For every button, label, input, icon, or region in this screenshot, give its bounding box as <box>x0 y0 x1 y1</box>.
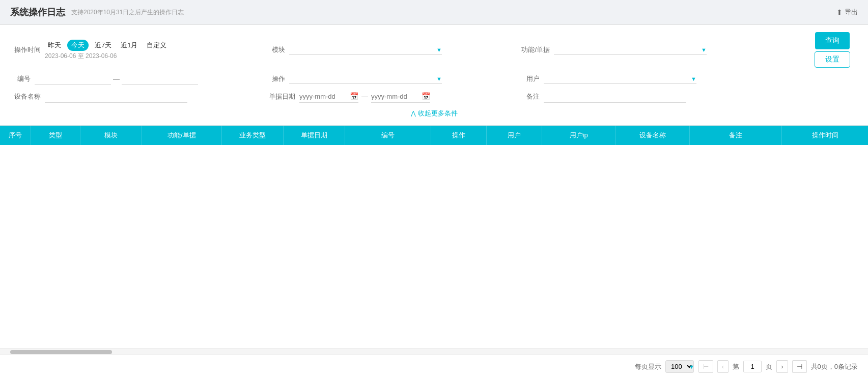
time-option-today[interactable]: 今天 <box>67 40 89 51</box>
collapse-label: 收起更多条件 <box>418 109 458 118</box>
data-table: 序号 类型 模块 功能/单据 业务类型 单据日期 编号 操作 用户 用户ip 设… <box>0 126 868 145</box>
time-option-yesterday[interactable]: 昨天 <box>45 40 64 51</box>
col-code: 编号 <box>345 126 431 145</box>
time-range: 2023-06-06 至 2023-06-06 <box>45 52 170 61</box>
settings-button[interactable]: 设置 <box>815 51 850 68</box>
filter-row-3: 设备名称 单据日期 📅 — 📅 备注 <box>10 90 858 103</box>
export-icon: ⬆ <box>836 8 843 16</box>
scrollbar-thumb[interactable] <box>10 350 112 354</box>
page-size-select[interactable]: 100 50 200 <box>665 360 694 373</box>
table-header: 序号 类型 模块 功能/单据 业务类型 单据日期 编号 操作 用户 用户ip 设… <box>0 126 868 145</box>
time-option-7days[interactable]: 近7天 <box>92 40 115 51</box>
module-label: 模块 <box>265 45 285 54</box>
feature-select[interactable] <box>554 46 701 53</box>
user-select[interactable] <box>544 75 691 82</box>
time-filter-col: 操作时间 昨天 今天 近7天 近1月 自定义 2023-06-06 至 2023… <box>10 40 255 61</box>
device-label: 设备名称 <box>10 92 41 101</box>
next-page-button[interactable]: › <box>776 360 788 373</box>
module-dropdown-arrow: ▼ <box>436 47 442 53</box>
horizontal-scrollbar[interactable] <box>0 348 868 355</box>
col-operation: 操作 <box>431 126 486 145</box>
code-filter-col: 编号 — <box>10 73 255 85</box>
page-subtitle: 支持2020年10月31日之后产生的操作日志 <box>71 8 184 17</box>
query-button[interactable]: 查询 <box>815 32 850 49</box>
remark-label: 备注 <box>519 92 540 101</box>
module-filter-col: 模块 ▼ <box>265 45 509 55</box>
feature-filter-col: 功能/单据 ▼ <box>519 45 797 55</box>
operation-dropdown-arrow: ▼ <box>436 76 442 82</box>
operation-dropdown-wrapper: ▼ <box>289 74 442 84</box>
table-container: 序号 类型 模块 功能/单据 业务类型 单据日期 编号 操作 用户 用户ip 设… <box>0 126 868 348</box>
col-module: 模块 <box>80 126 142 145</box>
code-input-from[interactable] <box>35 73 111 85</box>
col-user-ip: 用户ip <box>542 126 615 145</box>
feature-dropdown-wrapper: ▼ <box>554 45 707 55</box>
button-col: 查询 设置 <box>807 32 858 68</box>
col-device: 设备名称 <box>615 126 689 145</box>
page-header: 系统操作日志 支持2020年10月31日之后产生的操作日志 ⬆ 导出 <box>0 0 868 25</box>
bill-date-separator: — <box>361 93 368 100</box>
filter-row-2: 编号 — 操作 ▼ 用户 <box>10 73 858 85</box>
collapse-button[interactable]: ⋀ 收起更多条件 <box>411 109 458 118</box>
time-options: 昨天 今天 近7天 近1月 自定义 <box>45 40 170 51</box>
bill-date-label: 单据日期 <box>265 92 295 101</box>
module-select[interactable] <box>289 46 436 53</box>
user-dropdown-wrapper: ▼ <box>544 74 696 84</box>
page-unit: 页 <box>766 362 772 371</box>
device-input[interactable] <box>45 91 187 103</box>
calendar-icon-from[interactable]: 📅 <box>350 92 358 100</box>
remark-filter-col: 备注 <box>519 91 797 103</box>
user-label: 用户 <box>519 74 540 83</box>
feature-dropdown-arrow: ▼ <box>701 47 707 53</box>
col-biz-type: 业务类型 <box>221 126 283 145</box>
operation-select[interactable] <box>289 75 436 82</box>
code-separator: — <box>113 75 120 83</box>
page-title: 系统操作日志 <box>10 6 65 18</box>
col-type: 类型 <box>31 126 80 145</box>
col-feature: 功能/单据 <box>142 126 221 145</box>
filter-row-1: 操作时间 昨天 今天 近7天 近1月 自定义 2023-06-06 至 2023… <box>10 32 858 68</box>
export-button[interactable]: ⬆ 导出 <box>836 8 858 17</box>
time-option-custom[interactable]: 自定义 <box>144 40 170 51</box>
col-seq: 序号 <box>0 126 31 145</box>
module-dropdown-wrapper: ▼ <box>289 45 442 55</box>
col-op-time: 操作时间 <box>782 126 868 145</box>
col-remark: 备注 <box>689 126 781 145</box>
remark-input[interactable] <box>544 91 686 103</box>
time-label: 操作时间 <box>10 45 41 54</box>
feature-label: 功能/单据 <box>519 45 550 54</box>
page-container: 系统操作日志 支持2020年10月31日之后产生的操作日志 ⬆ 导出 操作时间 … <box>0 0 868 378</box>
first-page-button[interactable]: ⊢ <box>698 360 713 373</box>
col-user: 用户 <box>486 126 542 145</box>
collapse-icon: ⋀ <box>411 110 416 117</box>
operation-label: 操作 <box>265 74 285 83</box>
bill-date-filter-col: 单据日期 📅 — 📅 <box>265 90 509 103</box>
last-page-button[interactable]: ⊣ <box>792 360 807 373</box>
total-info: 共0页，0条记录 <box>811 362 858 371</box>
prev-page-button[interactable]: ‹ <box>717 360 729 373</box>
per-page-label: 每页显示 <box>635 362 661 371</box>
user-dropdown-arrow: ▼ <box>691 76 696 82</box>
collapse-row: ⋀ 收起更多条件 <box>10 106 858 120</box>
bill-date-to[interactable] <box>371 93 419 100</box>
col-bill-date: 单据日期 <box>283 126 345 145</box>
export-label: 导出 <box>845 8 858 17</box>
code-label: 编号 <box>10 74 31 83</box>
user-filter-col: 用户 ▼ <box>519 74 797 84</box>
calendar-icon-to[interactable]: 📅 <box>422 92 430 100</box>
device-filter-col: 设备名称 <box>10 91 255 103</box>
filter-area: 操作时间 昨天 今天 近7天 近1月 自定义 2023-06-06 至 2023… <box>0 25 868 126</box>
operation-filter-col: 操作 ▼ <box>265 74 509 84</box>
time-option-1month[interactable]: 近1月 <box>118 40 141 51</box>
code-input-to[interactable] <box>122 73 198 85</box>
page-input[interactable] <box>743 361 762 372</box>
bill-date-from[interactable] <box>299 93 348 100</box>
pagination-area: 每页显示 100 50 200 ▼ ⊢ ‹ 第 页 › ⊣ 共0页，0条记录 <box>0 355 868 378</box>
page-label: 第 <box>733 362 739 371</box>
